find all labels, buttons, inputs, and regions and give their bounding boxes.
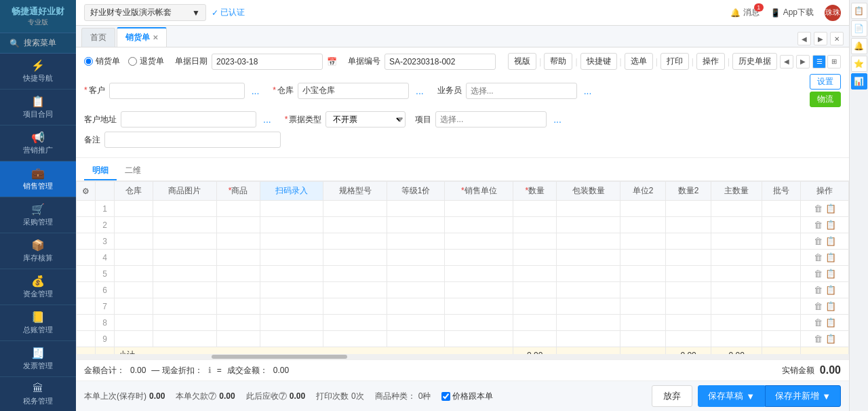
copy-row-8[interactable]: 📋	[824, 317, 837, 328]
cell-price-4[interactable]	[387, 250, 445, 266]
cell-unit2-3[interactable]	[620, 233, 665, 250]
price-check-label[interactable]: 价格跟本单	[441, 391, 493, 402]
cell-sales-unit-4[interactable]	[445, 250, 513, 266]
cell-quantity-7[interactable]	[513, 298, 557, 315]
cell-sales-unit-2[interactable]	[445, 217, 513, 233]
cell-batch-no-2[interactable]	[762, 217, 801, 233]
cell-warehouse-2[interactable]	[115, 217, 153, 233]
sidebar-item-tax[interactable]: 🏛 税务管理	[0, 377, 76, 411]
cell-price-6[interactable]	[387, 282, 445, 298]
salesperson-dots[interactable]: ...	[581, 85, 595, 96]
cell-batch-4[interactable]	[260, 250, 323, 266]
col-header-quantity[interactable]: *数量	[513, 182, 557, 201]
cell-batch-no-8[interactable]	[762, 315, 801, 331]
cell-unit2-5[interactable]	[620, 266, 665, 282]
cell-pack-qty-7[interactable]	[557, 298, 620, 315]
cell-spec-5[interactable]	[323, 266, 387, 282]
cell-price-3[interactable]	[387, 233, 445, 250]
delete-row-5[interactable]: 🗑	[812, 269, 824, 279]
sidebar-item-project[interactable]: 📋 项目合同	[0, 90, 76, 125]
ops-btn[interactable]: 操作	[696, 53, 725, 70]
cell-product-img-3[interactable]	[153, 233, 216, 250]
cell-warehouse-3[interactable]	[115, 233, 153, 250]
cell-qty2-3[interactable]	[666, 233, 711, 250]
cell-main-qty-6[interactable]	[711, 282, 762, 298]
copy-row-3[interactable]: 📋	[824, 236, 837, 246]
table-scrollbar-thumb[interactable]	[212, 355, 347, 359]
cell-batch-1[interactable]	[260, 201, 323, 217]
right-btn-5[interactable]: 📊	[851, 73, 867, 90]
col-header-pack-qty[interactable]: 包装数量	[557, 182, 620, 201]
table-tab-detail[interactable]: 明细	[84, 162, 117, 180]
delete-row-3[interactable]: 🗑	[812, 236, 824, 246]
cell-unit2-1[interactable]	[620, 201, 665, 217]
sidebar-item-quick-nav[interactable]: ⚡ 快捷导航	[0, 54, 76, 90]
cell-product-2[interactable]	[216, 217, 260, 233]
abandon-btn[interactable]: 放弃	[652, 385, 692, 407]
cell-qty2-2[interactable]	[666, 217, 711, 233]
select-btn[interactable]: 选单	[625, 53, 653, 70]
cell-product-img-7[interactable]	[153, 298, 216, 315]
cell-batch-no-5[interactable]	[762, 266, 801, 282]
cell-warehouse-7[interactable]	[115, 298, 153, 315]
cell-spec-8[interactable]	[323, 315, 387, 331]
cell-quantity-9[interactable]	[513, 331, 557, 347]
col-header-batch-import[interactable]: 扫码录入	[260, 182, 323, 201]
invoice-type-select[interactable]: 不开票 增值税普通发票 增值税专用发票	[326, 111, 406, 128]
help-icon[interactable]: ℹ	[208, 366, 212, 375]
cell-main-qty-7[interactable]	[711, 298, 762, 315]
cell-batch-no-9[interactable]	[762, 331, 801, 347]
view-list-btn[interactable]: ☰	[812, 55, 826, 68]
cell-product-img-2[interactable]	[153, 217, 216, 233]
sidebar-item-marketing[interactable]: 📢 营销推广	[0, 125, 76, 161]
user-avatar-btn[interactable]: 珠珠	[825, 5, 841, 21]
cell-price-8[interactable]	[387, 315, 445, 331]
notifications-btn[interactable]: 🔔 1 消息	[730, 7, 760, 18]
delete-row-1[interactable]: 🗑	[812, 203, 824, 214]
cell-unit2-9[interactable]	[620, 331, 665, 347]
col-header-price[interactable]: 等级1价	[387, 182, 445, 201]
cell-warehouse-6[interactable]	[115, 282, 153, 298]
cell-batch-9[interactable]	[260, 331, 323, 347]
warehouse-input[interactable]	[298, 83, 409, 99]
col-header-main-qty[interactable]: 主数量	[711, 182, 762, 201]
col-header-sales-unit[interactable]: *销售单位	[445, 182, 513, 201]
cell-sales-unit-3[interactable]	[445, 233, 513, 250]
copy-row-1[interactable]: 📋	[824, 203, 837, 214]
warehouse-dots[interactable]: ...	[413, 85, 427, 96]
cell-main-qty-4[interactable]	[711, 250, 762, 266]
cell-product-7[interactable]	[216, 298, 260, 315]
cell-pack-qty-2[interactable]	[557, 217, 620, 233]
cell-product-img-1[interactable]	[153, 201, 216, 217]
cell-unit2-6[interactable]	[620, 282, 665, 298]
cell-sales-unit-8[interactable]	[445, 315, 513, 331]
cell-main-qty-9[interactable]	[711, 331, 762, 347]
view-btn[interactable]: 视版	[508, 53, 536, 70]
col-header-unit2[interactable]: 单位2	[620, 182, 665, 201]
cell-warehouse-4[interactable]	[115, 250, 153, 266]
cell-pack-qty-3[interactable]	[557, 233, 620, 250]
cell-qty2-7[interactable]	[666, 298, 711, 315]
cell-product-5[interactable]	[216, 266, 260, 282]
cell-spec-6[interactable]	[323, 282, 387, 298]
tab-sales-order[interactable]: 销货单 ✕	[117, 27, 167, 47]
cell-price-5[interactable]	[387, 266, 445, 282]
cell-product-img-5[interactable]	[153, 266, 216, 282]
cell-qty2-9[interactable]	[666, 331, 711, 347]
cell-quantity-3[interactable]	[513, 233, 557, 250]
tab-home[interactable]: 首页	[81, 28, 115, 47]
cell-sales-unit-9[interactable]	[445, 331, 513, 347]
col-header-warehouse[interactable]: 仓库	[115, 182, 153, 201]
sidebar-item-inventory[interactable]: 📦 库存核算	[0, 233, 76, 269]
print-btn[interactable]: 打印	[660, 53, 689, 70]
cell-warehouse-9[interactable]	[115, 331, 153, 347]
cell-qty2-6[interactable]	[666, 282, 711, 298]
cell-spec-3[interactable]	[323, 233, 387, 250]
cell-price-1[interactable]	[387, 201, 445, 217]
price-check-checkbox[interactable]	[441, 392, 450, 401]
cell-batch-no-4[interactable]	[762, 250, 801, 266]
copy-row-6[interactable]: 📋	[824, 285, 837, 295]
cell-quantity-2[interactable]	[513, 217, 557, 233]
cell-spec-7[interactable]	[323, 298, 387, 315]
cell-product-6[interactable]	[216, 282, 260, 298]
